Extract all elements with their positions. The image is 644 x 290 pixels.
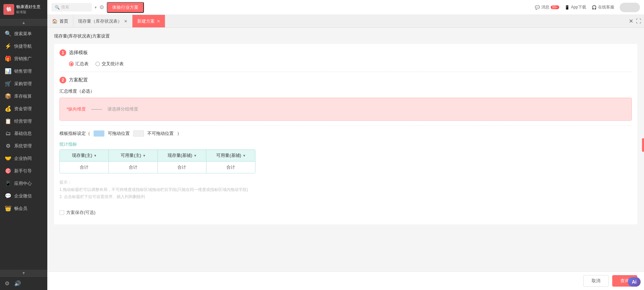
tabbar: 🏠 首页 现存量（库存状况表） ✕ 新建方案 ✕ ✕ ⛶ [47, 15, 644, 28]
cancel-button[interactable]: 取消 [583, 275, 609, 287]
cell3: 合计 [206, 162, 255, 173]
topbar-search[interactable]: 🔍 搜索 [51, 3, 92, 11]
sidebar: 畅 畅康通好生意 标准版 ▲ 🔍 搜索菜单 ⚡ 快捷导航 🎁 营销推广 📊 销售… [0, 0, 47, 290]
radio-cross[interactable]: 交叉统计表 [95, 61, 124, 67]
sidebar-item-inventory[interactable]: 📦 库存核算 [0, 90, 47, 102]
save-option-label: 方案保存(可选) [66, 210, 96, 216]
dropdown-chevron-icon[interactable]: ▾ [95, 5, 97, 10]
sidebar-item-label: 应用中心 [14, 180, 32, 187]
step2-divider [59, 125, 632, 126]
sidebar-item-purchase[interactable]: 🛒 采购管理 [0, 77, 47, 90]
sidebar-item-label: 经营管理 [14, 118, 32, 124]
dimension-placeholder: 请选择分组维度 [107, 106, 138, 112]
user-avatar[interactable] [620, 3, 640, 12]
appstore-icon: 📱 [5, 180, 11, 187]
step2-title: 方案配置 [69, 77, 88, 83]
tab-close-inventory[interactable]: ✕ [124, 19, 127, 24]
sidebar-item-marketing[interactable]: 🎁 营销推广 [0, 52, 47, 65]
sidebar-item-label: 企业协同 [14, 155, 32, 162]
settings-icon[interactable]: ⚙ [5, 280, 9, 287]
sidebar-item-newbie[interactable]: 🎯 新手引导 [0, 165, 47, 177]
sidebar-item-wechat[interactable]: 💬 企业微信 [0, 190, 47, 202]
speaker-icon[interactable]: 🔊 [14, 280, 21, 287]
col-current-main[interactable]: 现存量(主) ▾ [60, 150, 109, 161]
sidebar-item-label: 库存核算 [14, 93, 32, 99]
col2-chevron-icon: ▾ [194, 153, 196, 158]
sidebar-item-label: 系统管理 [14, 143, 32, 149]
business-icon: 📋 [5, 118, 11, 124]
col-current-aux[interactable]: 现存量(基辅) ▾ [158, 150, 207, 161]
stats-title: 统计指标 [59, 141, 632, 147]
app-download-button[interactable]: 📱 App下载 [565, 4, 586, 10]
radio-summary[interactable]: 汇总表 [69, 61, 89, 67]
topbar: 🔍 搜索 ▾ ⚙ 体验行业方案 💬 消息 99+ 📱 App下载 🎧 在线客服 [47, 0, 644, 15]
sales-icon: 📊 [5, 68, 11, 74]
sidebar-item-shortcut[interactable]: ⚡ 快捷导航 [0, 40, 47, 52]
sidebar-item-label: 采购管理 [14, 81, 32, 87]
sidebar-scroll-up[interactable]: ▲ [0, 19, 47, 26]
sidebar-item-label: 销售管理 [14, 68, 32, 74]
ai-badge[interactable]: Ai [628, 277, 641, 287]
tips-title: 提示： [59, 180, 72, 185]
service-button[interactable]: 🎧 在线客服 [592, 4, 614, 10]
step1-header: 1 选择模板 [59, 49, 632, 56]
sidebar-item-basic[interactable]: 🗂 基础信息 [0, 127, 47, 140]
sidebar-item-cooperation[interactable]: 🤝 企业协同 [0, 152, 47, 165]
step2-number: 2 [59, 77, 66, 83]
app-edition: 标准版 [16, 10, 41, 15]
sidebar-scroll-down[interactable]: ▼ [0, 270, 47, 276]
dimension-area[interactable]: *纵向维度 —— 请选择分组维度 [59, 98, 632, 121]
sidebar-item-label: 资金管理 [14, 106, 32, 112]
col-available-aux[interactable]: 可用量(基辅) ▾ [206, 150, 255, 161]
sidebar-item-finance[interactable]: 💰 资金管理 [0, 102, 47, 115]
col3-chevron-icon: ▾ [243, 153, 245, 158]
headset-icon: 🎧 [592, 5, 597, 10]
inventory-icon: 📦 [5, 93, 11, 99]
tab-home[interactable]: 🏠 首页 [47, 15, 73, 27]
sidebar-item-appstore[interactable]: 📱 应用中心 [0, 177, 47, 190]
stats-table-section: 统计指标 现存量(主) ▾ 可用量(主) ▾ 现存量(基辅) [59, 141, 632, 173]
sidebar-item-label: 畅会员 [14, 206, 27, 212]
tab-inventory-status[interactable]: 现存量（库存状况表） ✕ [73, 15, 132, 27]
sidebar-item-business[interactable]: 📋 经营管理 [0, 115, 47, 127]
col1-chevron-icon: ▾ [143, 153, 145, 158]
content-area: 现存量(库存状况表)方案设置 1 选择模板 汇总表 交叉统计表 [47, 28, 644, 271]
dimension-dash: —— [91, 106, 102, 112]
cell0: 合计 [60, 162, 109, 173]
cell1: 合计 [109, 162, 158, 173]
radio-cross-circle [95, 62, 100, 66]
metrics-table-body: 合计 合计 合计 合计 [60, 161, 255, 173]
tips-section: 提示： 1.拖动标题栏可以调整布局，不可跨维度或指标区域拖动栏目字段(只能在同一… [59, 179, 632, 201]
template-options: 汇总表 交叉统计表 [69, 61, 632, 67]
sidebar-item-label: 基础信息 [14, 130, 32, 137]
sidebar-item-search[interactable]: 🔍 搜索菜单 [0, 27, 47, 40]
sidebar-item-member[interactable]: 👑 畅会员 [0, 202, 47, 215]
maximize-window-icon[interactable]: ⛶ [636, 18, 641, 24]
metrics-table: 现存量(主) ▾ 可用量(主) ▾ 现存量(基辅) ▾ 可用量(基辅) [59, 149, 255, 173]
marketing-icon: 🎁 [5, 55, 11, 62]
message-icon: 💬 [535, 5, 540, 10]
step2-header: 2 方案配置 [59, 77, 632, 83]
topbar-right: 💬 消息 99+ 📱 App下载 🎧 在线客服 [535, 3, 640, 12]
close-window-icon[interactable]: ✕ [629, 18, 633, 24]
col0-chevron-icon: ▾ [94, 153, 96, 158]
right-edge-indicator[interactable] [642, 138, 644, 152]
sidebar-item-system[interactable]: ⚙ 系统管理 [0, 140, 47, 152]
newbie-icon: 🎯 [5, 168, 11, 174]
search-icon: 🔍 [55, 5, 60, 10]
tab-new-scheme[interactable]: 新建方案 ✕ [132, 15, 165, 27]
gear-icon[interactable]: ⚙ [99, 4, 104, 10]
trial-button[interactable]: 体验行业方案 [107, 2, 144, 13]
save-checkbox[interactable] [59, 210, 64, 215]
sidebar-bottom: ⚙ 🔊 [0, 276, 47, 290]
shortcut-icon: ⚡ [5, 43, 11, 49]
save-option-row: 方案保存(可选) [59, 206, 632, 219]
sidebar-item-sales[interactable]: 📊 销售管理 [0, 65, 47, 77]
step1-number: 1 [59, 49, 66, 56]
message-button[interactable]: 💬 消息 99+ [535, 4, 559, 10]
finance-icon: 💰 [5, 105, 11, 112]
app-icon: 📱 [565, 5, 570, 10]
summary-dimension-label: 汇总维度（必选） [59, 88, 632, 94]
tab-close-new-scheme[interactable]: ✕ [157, 19, 160, 24]
col-available-main[interactable]: 可用量(主) ▾ [109, 150, 158, 161]
